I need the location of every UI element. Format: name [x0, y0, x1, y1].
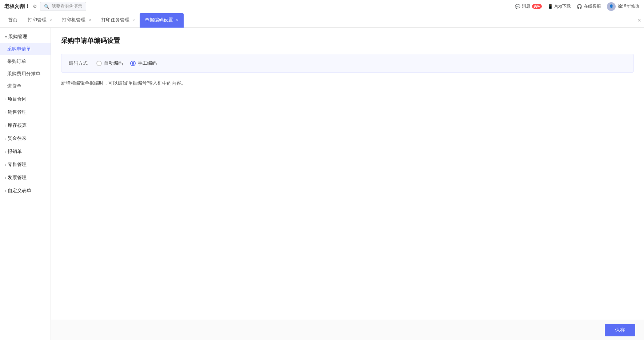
message-badge: 99+: [532, 4, 542, 9]
user-name: 徐泽华修改: [618, 3, 640, 9]
sidebar-group-custom-forms-label: 自定义表单: [8, 187, 31, 194]
radio-auto-coding[interactable]: 自动编码: [96, 60, 123, 66]
sidebar-group-project-contract: › 项目合同: [0, 93, 51, 105]
sidebar-item-purchase-request[interactable]: 采购申请单: [0, 43, 51, 55]
tab-bar: 首页 打印管理 × 打印机管理 × 打印任务管理 × 单据编码设置 × ×: [0, 13, 644, 28]
tab-printer-mgmt-label: 打印机管理: [62, 17, 85, 23]
top-bar-right: 💬 消息 99+ 📱 App下载 🎧 在线客服 👤 徐泽华修改: [515, 2, 640, 11]
arrow-right-icon: ›: [5, 97, 6, 101]
tab-print-mgmt-label: 打印管理: [28, 17, 47, 23]
arrow-right-icon2: ›: [5, 110, 6, 114]
sidebar-item-purchase-expense[interactable]: 采购费用分摊单: [0, 68, 51, 80]
tab-home-label: 首页: [8, 17, 17, 23]
tab-single-code-label: 单据编码设置: [145, 17, 173, 23]
arrow-right-icon4: ›: [5, 137, 6, 141]
tab-print-mgmt[interactable]: 打印管理 ×: [23, 13, 57, 28]
top-bar-left: 老板勿割！ ⚙ 🔍 我要看实例演示: [4, 2, 86, 11]
sidebar-group-sales-mgmt: › 销售管理: [0, 106, 51, 118]
sidebar-group-retail: › 零售管理: [0, 158, 51, 171]
tab-print-task-mgmt-close[interactable]: ×: [132, 18, 135, 22]
online-service-label: 在线客服: [584, 3, 601, 9]
arrow-right-icon6: ›: [5, 163, 6, 167]
top-bar: 老板勿割！ ⚙ 🔍 我要看实例演示 💬 消息 99+ 📱 App下载 🎧 在线客…: [0, 0, 644, 13]
app-download-label: App下载: [555, 3, 571, 9]
sidebar-group-title-project-contract[interactable]: › 项目合同: [0, 93, 51, 105]
search-placeholder: 我要看实例演示: [52, 3, 82, 9]
sidebar-group-title-retail[interactable]: › 零售管理: [0, 158, 51, 171]
sidebar-group-inventory: › 库存核算: [0, 119, 51, 131]
sidebar-item-purchase-order-label: 采购订单: [7, 58, 26, 64]
tab-single-code-setting[interactable]: 单据编码设置 ×: [140, 13, 183, 28]
sidebar-item-purchase-expense-label: 采购费用分摊单: [7, 71, 40, 76]
online-service-button[interactable]: 🎧 在线客服: [577, 3, 601, 9]
content-footer: 保存: [51, 320, 644, 340]
save-button[interactable]: 保存: [605, 324, 635, 336]
sidebar-group-purchase-mgmt: ▾ 采购管理 采购申请单 采购订单 采购费用分摊单 进货单: [0, 31, 51, 92]
user-info[interactable]: 👤 徐泽华修改: [607, 2, 640, 11]
sidebar-group-returns-label: 报销单: [8, 148, 22, 155]
auto-coding-label: 自动编码: [104, 60, 123, 66]
settings-icon[interactable]: ⚙: [33, 4, 37, 9]
search-bar[interactable]: 🔍 我要看实例演示: [40, 2, 86, 11]
message-icon: 💬: [515, 4, 520, 9]
main-layout: ▾ 采购管理 采购申请单 采购订单 采购费用分摊单 进货单 › 项目合同: [0, 28, 644, 340]
sidebar-group-purchase-label: 采购管理: [8, 33, 27, 40]
sidebar-group-title-invoice[interactable]: › 发票管理: [0, 171, 51, 184]
sidebar-group-fund-label: 资金往来: [8, 135, 27, 142]
manual-coding-label: 手工编码: [138, 60, 157, 66]
radio-manual-circle[interactable]: [130, 61, 136, 66]
message-button[interactable]: 💬 消息 99+: [515, 3, 542, 9]
tab-single-code-close[interactable]: ×: [176, 18, 178, 22]
tab-print-task-mgmt[interactable]: 打印任务管理 ×: [96, 13, 140, 28]
sidebar-group-invoice: › 发票管理: [0, 171, 51, 184]
tab-home[interactable]: 首页: [3, 13, 23, 28]
coding-section: 编码方式 自动编码 手工编码: [61, 54, 634, 73]
sidebar-group-project-label: 项目合同: [8, 96, 27, 102]
message-label: 消息: [522, 3, 531, 9]
coding-label: 编码方式: [69, 60, 88, 66]
content-main: 采购申请单编码设置 编码方式 自动编码 手工编码 新增和编辑单据编时，可以编辑'…: [51, 28, 644, 320]
arrow-down-icon: ▾: [5, 35, 7, 39]
sidebar-item-purchase-order[interactable]: 采购订单: [0, 55, 51, 68]
service-icon: 🎧: [577, 4, 582, 9]
sidebar-group-title-inventory[interactable]: › 库存核算: [0, 119, 51, 131]
sidebar-item-purchase-request-label: 采购申请单: [7, 46, 31, 52]
sidebar-group-title-sales-mgmt[interactable]: › 销售管理: [0, 106, 51, 118]
tab-print-mgmt-close[interactable]: ×: [49, 18, 52, 22]
sidebar-group-custom-forms: › 自定义表单: [0, 185, 51, 197]
content-area: 采购申请单编码设置 编码方式 自动编码 手工编码 新增和编辑单据编时，可以编辑'…: [51, 28, 644, 340]
hint-text: 新增和编辑单据编时，可以编辑'单据编号'输入框中的内容。: [61, 80, 634, 86]
radio-auto-circle[interactable]: [96, 61, 102, 66]
sidebar-group-invoice-label: 发票管理: [8, 174, 27, 181]
sidebar-item-inbound[interactable]: 进货单: [0, 80, 51, 92]
sidebar-group-inventory-label: 库存核算: [8, 122, 27, 129]
tab-close-all-button[interactable]: ×: [638, 17, 641, 24]
app-download-button[interactable]: 📱 App下载: [548, 3, 571, 9]
page-title: 采购申请单编码设置: [61, 36, 634, 45]
sidebar-group-sales-label: 销售管理: [8, 109, 27, 116]
radio-group-coding: 自动编码 手工编码: [96, 60, 157, 66]
sidebar-group-title-purchase-mgmt[interactable]: ▾ 采购管理: [0, 31, 51, 43]
tab-print-task-mgmt-label: 打印任务管理: [101, 17, 129, 23]
search-icon: 🔍: [44, 4, 49, 9]
sidebar-group-fund: › 资金往来: [0, 132, 51, 145]
sidebar-item-inbound-label: 进货单: [7, 83, 21, 89]
tab-printer-mgmt[interactable]: 打印机管理 ×: [57, 13, 96, 28]
arrow-right-icon3: ›: [5, 124, 6, 128]
sidebar-group-title-returns[interactable]: › 报销单: [0, 145, 51, 158]
sidebar-group-title-custom-forms[interactable]: › 自定义表单: [0, 185, 51, 197]
sidebar-group-returns: › 报销单: [0, 145, 51, 158]
sidebar-group-title-fund[interactable]: › 资金往来: [0, 132, 51, 145]
arrow-right-icon5: ›: [5, 150, 6, 154]
sidebar: ▾ 采购管理 采购申请单 采购订单 采购费用分摊单 进货单 › 项目合同: [0, 28, 51, 340]
tab-printer-mgmt-close[interactable]: ×: [88, 18, 91, 22]
avatar: 👤: [607, 2, 616, 11]
arrow-right-icon7: ›: [5, 176, 6, 180]
radio-manual-coding[interactable]: 手工编码: [130, 60, 157, 66]
arrow-right-icon8: ›: [5, 189, 6, 193]
sidebar-group-retail-label: 零售管理: [8, 161, 27, 168]
app-icon: 📱: [548, 4, 553, 9]
logo-text: 老板勿割！: [4, 3, 30, 10]
